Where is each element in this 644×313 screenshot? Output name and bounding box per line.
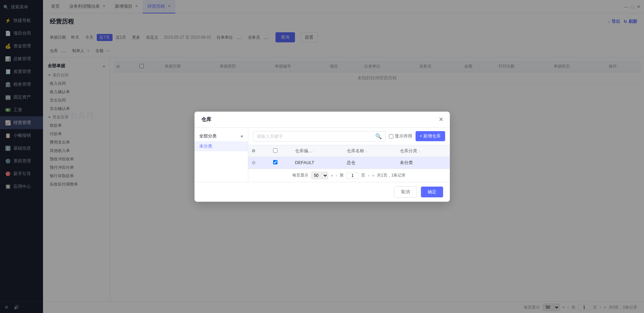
dialog-collapse-icon[interactable]: « xyxy=(241,133,243,139)
dialog-table: ⚙ 仓库编... ↕ 仓库名称 ↕ xyxy=(248,145,450,169)
dialog-th-category: 仓库分类 ↕ xyxy=(396,145,449,157)
row-checkbox-cell xyxy=(270,157,292,168)
dialog-header: 仓库 ✕ xyxy=(195,112,450,128)
dialog-search-wrap: 🔍 xyxy=(253,131,386,142)
row-category: 未分类 xyxy=(396,157,449,168)
dialog-last-btn[interactable]: » xyxy=(372,173,374,178)
dialog-th-code: 仓库编... ↕ xyxy=(292,145,343,157)
dialog-prev-btn[interactable]: ‹ xyxy=(336,173,337,178)
dialog-all-categories[interactable]: 全部分类 « xyxy=(195,131,248,141)
confirm-button[interactable]: 确定 xyxy=(421,187,443,197)
dialog-next-btn[interactable]: › xyxy=(368,173,369,178)
modal-overlay: 仓库 ✕ 全部分类 « 未分类 🔍 xyxy=(0,0,644,313)
dialog-left-panel: 全部分类 « 未分类 xyxy=(195,128,248,182)
dialog-th-gear: ⚙ xyxy=(248,145,270,157)
code-sort-icon: ↕ xyxy=(313,149,314,153)
dialog-per-page-select[interactable]: 50 10 20 100 xyxy=(311,172,328,179)
show-disabled-checkbox[interactable] xyxy=(389,134,393,139)
dialog-page-input[interactable] xyxy=(346,172,358,179)
row-name: 总仓 xyxy=(343,157,396,168)
row-code: DEFAULT xyxy=(292,157,343,168)
dialog-pagination: 每页显示 50 10 20 100 « ‹ 第 页 › » 共1页，1条记录 xyxy=(248,169,450,182)
show-disabled-label[interactable]: 显示停用 xyxy=(389,133,412,139)
warehouse-dialog: 仓库 ✕ 全部分类 « 未分类 🔍 xyxy=(195,112,450,202)
dialog-close-btn[interactable]: ✕ xyxy=(439,116,443,123)
dialog-table-wrap: ⚙ 仓库编... ↕ 仓库名称 ↕ xyxy=(248,145,450,169)
dialog-search-icon: 🔍 xyxy=(375,133,382,140)
cancel-button[interactable]: 取消 xyxy=(394,186,417,198)
row-gear: ⚙ xyxy=(248,157,270,168)
dialog-toolbar: 🔍 显示停用 + 新增仓库 xyxy=(248,128,450,145)
dialog-right-panel: 🔍 显示停用 + 新增仓库 ⚙ xyxy=(248,128,450,182)
dialog-title: 仓库 xyxy=(201,116,211,123)
dialog-th-check xyxy=(270,145,292,157)
dialog-select-all[interactable] xyxy=(273,148,277,153)
dialog-th-name: 仓库名称 ↕ xyxy=(343,145,396,157)
table-row[interactable]: ⚙ DEFAULT 总仓 未分类 xyxy=(248,157,450,168)
dialog-footer: 取消 确定 xyxy=(195,182,450,202)
dialog-first-btn[interactable]: « xyxy=(331,173,333,178)
dialog-uncategorized-item[interactable]: 未分类 xyxy=(195,141,248,151)
name-sort-icon: ↕ xyxy=(366,149,367,153)
add-warehouse-btn[interactable]: + 新增仓库 xyxy=(416,131,445,141)
dialog-body: 全部分类 « 未分类 🔍 显示停用 xyxy=(195,128,450,182)
category-sort-icon: ↕ xyxy=(419,149,420,153)
dialog-search-input[interactable] xyxy=(257,134,374,139)
row-checkbox[interactable] xyxy=(273,160,277,164)
